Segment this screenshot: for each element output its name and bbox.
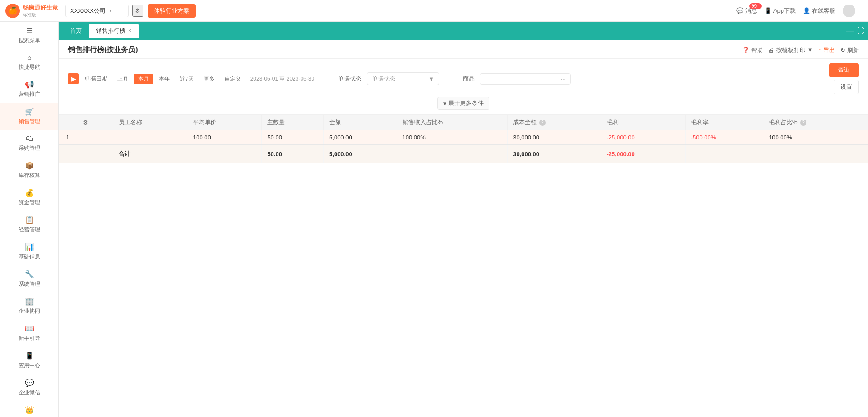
- date-tab-this-year[interactable]: 本年: [155, 74, 174, 84]
- col-header-settings[interactable]: ⚙: [77, 115, 113, 130]
- query-button[interactable]: 查询: [829, 63, 859, 77]
- date-tab-more[interactable]: 更多: [200, 74, 219, 84]
- table-row: 1 100.00 50.00 5,000.00 100.00% 30,000.0…: [59, 130, 868, 145]
- tab-sales-rank-label: 销售排行榜: [96, 27, 125, 35]
- date-tab-last-month[interactable]: 上月: [113, 74, 132, 84]
- status-selector[interactable]: 单据状态 ▼: [367, 72, 439, 85]
- sidebar-item-operations[interactable]: 📋 经营管理: [0, 211, 58, 238]
- status-placeholder: 单据状态: [372, 75, 395, 83]
- sidebar-item-label: 企业协同: [19, 307, 40, 315]
- marketing-icon: 📢: [25, 80, 34, 89]
- sidebar-item-sales[interactable]: 🛒 销售管理: [0, 103, 58, 130]
- status-dropdown-icon: ▼: [428, 76, 434, 82]
- cell-avg-price: 100.00: [187, 130, 261, 145]
- sidebar-item-label: 系统管理: [19, 280, 40, 288]
- print-button[interactable]: 🖨 按模板打印 ▼: [768, 46, 813, 54]
- sidebar-item-search[interactable]: ☰ 搜索菜单: [0, 22, 58, 49]
- page-title: 销售排行榜(按业务员): [68, 45, 138, 55]
- date-tab-custom[interactable]: 自定义: [221, 74, 245, 84]
- footer-gross: -25,000.00: [601, 145, 685, 163]
- sidebar-item-enterprise[interactable]: 🏢 企业协同: [0, 292, 58, 320]
- col-header-qty: 主数量: [262, 115, 324, 130]
- sidebar-item-marketing[interactable]: 📢 营销推广: [0, 76, 58, 103]
- tab-sales-rank[interactable]: 销售排行榜 ×: [89, 24, 139, 38]
- cell-sales-pct: 100.00%: [397, 130, 508, 145]
- footer-gross-rate: [685, 145, 763, 163]
- expand-label: 展开更多条件: [448, 99, 484, 107]
- refresh-button[interactable]: ↻ 刷新: [840, 46, 859, 54]
- sidebar-item-member[interactable]: 👑 畅会员: [0, 401, 58, 417]
- tab-home[interactable]: 首页: [62, 24, 89, 38]
- export-icon: ↑: [819, 47, 822, 53]
- cost-info-icon[interactable]: ?: [539, 120, 546, 126]
- set-button[interactable]: 设置: [834, 80, 859, 94]
- sidebar-item-system[interactable]: 🔧 系统管理: [0, 265, 58, 292]
- col-header-gross-pct: 毛利占比% ?: [763, 115, 868, 130]
- date-tabs: 上月 本月 本年 近7天 更多 自定义: [113, 74, 245, 84]
- sidebar-item-label: 新手引导: [19, 335, 40, 342]
- help-button[interactable]: ❓ 帮助: [742, 46, 763, 54]
- sidebar-item-label: 资金管理: [19, 199, 40, 206]
- col-header-gross: 毛利: [601, 115, 685, 130]
- message-icon: 💬: [736, 7, 743, 14]
- sidebar-item-label: 库存核算: [19, 172, 40, 179]
- app-download-icon: 📱: [764, 7, 772, 14]
- footer-avg-price: [187, 145, 261, 163]
- global-settings-button[interactable]: ⚙: [132, 5, 143, 17]
- sidebar-item-basicinfo[interactable]: 📊 基础信息: [0, 238, 58, 265]
- message-button[interactable]: 💬 消息 99+: [736, 7, 757, 15]
- date-tab-7days[interactable]: 近7天: [176, 74, 198, 84]
- col-header-gross-rate: 毛利率: [685, 115, 763, 130]
- sidebar-item-finance[interactable]: 💰 资金管理: [0, 184, 58, 211]
- footer-amount: 5,000.00: [324, 145, 397, 163]
- top-right-actions: 💬 消息 99+ 📱 App下载 👤 在线客服: [736, 5, 863, 17]
- sidebar-item-purchase[interactable]: 🛍 采购管理: [0, 130, 58, 157]
- gross-pct-info-icon[interactable]: ?: [800, 120, 806, 126]
- logo-title: 畅康通好生意: [23, 4, 58, 12]
- footer-qty: 50.00: [262, 145, 324, 163]
- goods-input[interactable]: ···: [480, 73, 571, 85]
- tab-minimize-button[interactable]: —: [846, 27, 854, 35]
- app-download-button[interactable]: 📱 App下载: [764, 7, 796, 15]
- cell-qty: 50.00: [262, 130, 324, 145]
- sidebar-item-label: 营销推广: [19, 91, 40, 98]
- logo-icon: 🍊: [5, 4, 20, 18]
- sidebar-item-quick-nav[interactable]: ⌂ 快捷导航: [0, 49, 58, 76]
- guide-icon: 📖: [25, 324, 34, 333]
- filter-row-1: ▶ 单据日期 上月 本月 本年 近7天 更多 自定义 2023-06-01 至 …: [68, 63, 859, 94]
- online-service-icon: 👤: [803, 7, 810, 14]
- col-header-amount: 全额: [324, 115, 397, 130]
- tab-close-icon[interactable]: ×: [128, 28, 131, 34]
- sidebar-item-label: 经营管理: [19, 226, 40, 234]
- online-service-button[interactable]: 👤 在线客服: [803, 7, 835, 15]
- filter-toggle-button[interactable]: ▶: [68, 73, 79, 84]
- avatar[interactable]: [843, 5, 855, 17]
- date-tab-this-month[interactable]: 本月: [134, 74, 153, 84]
- wechat-icon: 💬: [25, 379, 34, 387]
- sidebar-item-label: 销售管理: [19, 118, 40, 125]
- col-header-avg-price: 平均单价: [187, 115, 261, 130]
- sidebar-item-apps[interactable]: 📱 应用中心: [0, 347, 58, 374]
- company-selector[interactable]: XXXXXX公司 ▼: [65, 5, 129, 17]
- export-button[interactable]: ↑ 导出: [819, 46, 835, 54]
- col-header-num: [59, 115, 77, 130]
- page-actions: ❓ 帮助 🖨 按模板打印 ▼ ↑ 导出 ↻ 刷新: [742, 46, 859, 54]
- col-header-name: 员工名称: [113, 115, 187, 130]
- data-table: ⚙ 员工名称 平均单价 主数量 全额 销售收入占比% 成本全额 ? 毛利 毛利率: [59, 115, 868, 163]
- expand-more-button[interactable]: ▾ 展开更多条件: [437, 97, 489, 110]
- enterprise-icon: 🏢: [25, 297, 34, 306]
- purchase-icon: 🛍: [26, 134, 33, 143]
- tab-home-label: 首页: [70, 27, 82, 35]
- footer-gross-pct: [763, 145, 868, 163]
- tab-expand-button[interactable]: ⛶: [857, 27, 864, 35]
- col-header-sales-pct: 销售收入占比%: [397, 115, 508, 130]
- sidebar-item-label: 快捷导航: [19, 63, 40, 71]
- trial-button[interactable]: 体验行业方案: [148, 4, 196, 18]
- sidebar-item-inventory[interactable]: 📦 库存核算: [0, 157, 58, 184]
- cell-gross-rate: -500.00%: [685, 130, 763, 145]
- finance-icon: 💰: [25, 188, 34, 197]
- goods-more-icon[interactable]: ···: [561, 76, 566, 82]
- sidebar-item-guide[interactable]: 📖 新手引导: [0, 320, 58, 347]
- sidebar-item-wechat[interactable]: 💬 企业微信: [0, 374, 58, 401]
- goods-label: 商品: [463, 75, 475, 83]
